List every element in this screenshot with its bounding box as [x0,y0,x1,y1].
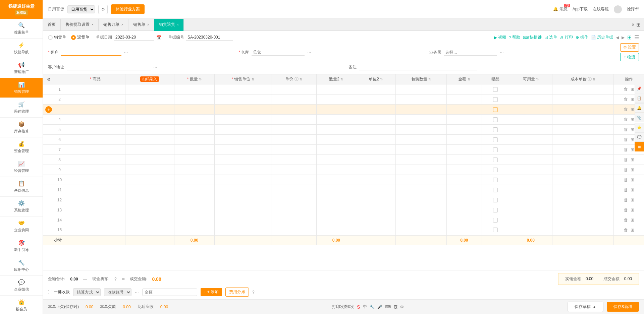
sidebar-item-wechat[interactable]: 💬 企业微信 [0,276,43,296]
sales-unit-cell[interactable] [215,84,271,95]
discount-question-icon[interactable]: ? [114,277,117,281]
qty-cell[interactable] [174,95,215,105]
unit-price-cell[interactable] [271,105,316,115]
qty2-cell[interactable] [316,95,356,105]
product-cell[interactable] [65,84,125,95]
copy-icon[interactable]: ⊞ [631,228,634,233]
close-icon[interactable]: × [121,23,123,26]
sales-unit-cell[interactable] [215,105,271,115]
tab-sales[interactable]: 销售单 × [128,19,154,31]
one-click-payment-checkbox[interactable]: 一键收款 [48,289,70,295]
copy-icon[interactable]: ⊞ [631,177,634,182]
sidebar-item-finance[interactable]: 💰 资金管理 [0,137,43,157]
copy-icon[interactable]: ⊞ [631,167,634,172]
gift-checkbox[interactable] [493,147,498,152]
copy-icon[interactable]: ⊞ [631,197,634,202]
customer-select-icon[interactable]: ··· [124,50,128,55]
right-icon-2[interactable]: 📋 [635,93,644,103]
amount-cell[interactable] [447,105,482,115]
delete-icon[interactable]: 🗑 [624,197,628,202]
gift-checkbox[interactable] [493,208,498,212]
delete-icon[interactable]: 🗑 [624,137,628,142]
qty2-cell[interactable] [316,84,356,95]
gift-checkbox[interactable] [493,117,498,122]
qty2-cell[interactable] [316,105,356,115]
notification-badge[interactable]: 🔔 消息 70 [553,6,567,12]
gift-checkbox[interactable] [493,107,498,112]
sidebar-item-marketing[interactable]: 📢 营销推广 [0,58,43,78]
salesperson-input[interactable] [444,49,497,56]
sort-icon[interactable]: ⇅ [340,77,343,81]
date-input[interactable] [114,34,154,41]
calendar-icon[interactable]: 📅 [156,35,161,40]
warehouse-select-icon[interactable]: ··· [307,50,311,55]
col-settings[interactable]: ⚙ [43,74,54,84]
save-new-button[interactable]: 保存&新增 [607,302,639,312]
delete-icon[interactable]: 🗑 [624,177,628,182]
prev-record-icon[interactable]: ◀ [616,35,619,40]
sort-icon[interactable]: ⇅ [252,77,254,81]
copy-icon[interactable]: ⊞ [631,157,634,162]
copy-icon[interactable]: ⊞ [631,207,634,212]
package-qty-cell[interactable] [395,84,446,95]
sort-icon[interactable]: ⇅ [380,77,383,81]
copy-icon[interactable]: ⊞ [631,87,634,92]
tab-sales-return[interactable]: 销货退货 × [154,19,184,31]
salesperson-select-icon[interactable]: ··· [500,50,504,55]
number-input[interactable] [186,34,233,41]
tab-sales-order[interactable]: 销售订单 × [99,19,128,31]
sort-icon[interactable]: ⇅ [428,77,431,81]
copy-icon[interactable]: ⊞ [631,127,634,132]
delete-icon[interactable]: 🗑 [624,127,628,132]
sidebar-item-sales[interactable]: 📊 销售管理 [0,78,43,98]
sidebar-item-newbie[interactable]: 🎯 新手引导 [0,236,43,256]
delete-icon[interactable]: 🗑 [624,117,628,122]
gift-checkbox[interactable] [493,198,498,202]
sidebar-item-inventory[interactable]: 📦 库存核算 [0,118,43,137]
close-all-tabs-icon[interactable]: × [632,22,635,28]
sidebar-item-enterprise[interactable]: 🤝 企业协同 [0,216,43,236]
setup-button[interactable]: ⚙ 设置 [620,43,639,52]
unit-price-cell[interactable] [271,84,316,95]
delete-icon[interactable]: 🗑 [624,187,628,192]
add-row-button[interactable]: + [45,106,52,113]
qty-cell[interactable] [174,105,215,115]
sidebar-item-shortcut[interactable]: ⚡ 快捷导航 [0,39,43,58]
info-icon[interactable]: ⓘ [294,77,299,81]
add-payment-button[interactable]: + + 添加 [201,288,222,296]
shortcut-action[interactable]: ⌨ 快捷键 [523,35,542,40]
delete-icon[interactable]: 🗑 [624,167,628,172]
delete-icon[interactable]: 🗑 [624,217,628,223]
address-input[interactable] [67,64,151,70]
product-cell[interactable] [65,95,125,105]
delete-icon[interactable]: 🗑 [624,87,628,92]
gift-checkbox[interactable] [493,87,498,92]
unit2-cell[interactable] [356,105,395,115]
cost-info-icon[interactable]: ⓘ [588,77,592,81]
gift-checkbox[interactable] [493,178,498,182]
operation-action[interactable]: ⚙ 操作 [576,35,588,40]
delete-icon[interactable]: 🗑 [624,157,628,162]
help-action[interactable]: ? 帮助 [509,35,520,40]
grid-view-icon[interactable]: ⊞ [627,34,632,41]
amount-cell[interactable] [447,84,482,95]
sidebar-item-search[interactable]: 🔍 搜索菜单 [0,19,43,39]
expense-help-icon[interactable]: ? [252,290,255,295]
sidebar-item-purchase[interactable]: 🛒 采购管理 [0,98,43,118]
qty-cell[interactable] [174,84,215,95]
copy-icon[interactable]: ⊞ [631,137,634,142]
amount-field[interactable] [142,289,197,296]
package-qty-cell[interactable] [395,105,446,115]
scan-btn[interactable]: 扫码录入 [140,76,159,82]
close-icon[interactable]: × [147,23,149,26]
copy-icon[interactable]: ⊞ [631,117,634,122]
product-cell-active[interactable] [65,105,125,115]
right-icon-5[interactable]: ⭐ [635,123,644,132]
calc-method-select[interactable]: 结算方式 [73,288,101,296]
delete-icon[interactable]: 🗑 [624,97,628,102]
expense-split-button[interactable]: 费用分摊 [225,288,249,297]
sidebar-item-appstore[interactable]: 🔧 应用中心 [0,256,43,276]
app-download-link[interactable]: App下载 [573,6,588,12]
delete-icon[interactable]: 🗑 [624,147,628,152]
remarks-input[interactable] [359,64,477,70]
